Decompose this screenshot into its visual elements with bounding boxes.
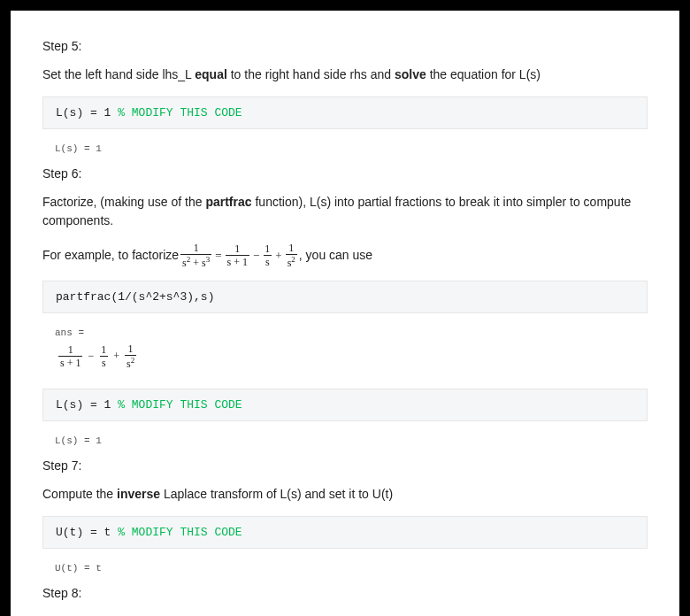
eq1-f1-den-bsup: 3 (206, 255, 211, 264)
eq2-f3-num: 1 (126, 343, 135, 355)
eq1-frac4: 1 s2 (286, 243, 297, 268)
step5-output: L(s) = 1 (42, 138, 648, 166)
eq1-frac1: 1 s2 + s3 (180, 243, 211, 268)
step5-body-b2: solve (395, 67, 426, 81)
step6-ans-label: ans = (42, 322, 648, 340)
step7-code-comment: % MODIFY THIS CODE (118, 526, 242, 539)
step7-body-post: Laplace transform of L(s) and set it to … (160, 487, 393, 501)
step6-code2-comment: % MODIFY THIS CODE (118, 398, 242, 412)
document-page: Step 5: Set the left hand side lhs_L equ… (11, 11, 679, 616)
eq2-f2-den: s (100, 356, 108, 368)
step6-example-line: For example, to factorize 1 s2 + s3 = 1 … (42, 243, 648, 268)
eq2-f1-den: s + 1 (58, 356, 82, 368)
step6-ex-post: , you can use (299, 246, 372, 265)
eq2-f3-den: s2 (125, 355, 136, 369)
step5-title: Step 5: (42, 39, 648, 53)
eq1-f3-num: 1 (263, 243, 272, 255)
eq2-plus: + (113, 350, 119, 363)
step7-code-block: U(t) = t % MODIFY THIS CODE (42, 516, 648, 549)
step7-title: Step 7: (42, 458, 648, 473)
eq1-frac2: 1 s + 1 (226, 243, 249, 267)
eq1-f2-num: 1 (233, 243, 242, 255)
eq1-eq: = (215, 247, 221, 265)
step6-body-pre: Factorize, (making use of the (42, 195, 205, 209)
eq1-minus: − (253, 247, 259, 265)
eq1-f4-den-sup: 2 (291, 255, 295, 264)
step6-code1-block: partfrac(1/(s^2+s^3),s) (42, 281, 648, 313)
eq1-plus: + (275, 247, 281, 265)
step5-body: Set the left hand side lhs_L equal to th… (42, 65, 648, 84)
eq2-frac2: 1 s (99, 344, 108, 368)
step5-code-block: L(s) = 1 % MODIFY THIS CODE (42, 96, 648, 129)
eq1-f4-den: s2 (286, 254, 297, 268)
eq1-f1-num: 1 (192, 243, 201, 254)
eq1-frac3: 1 s (263, 243, 272, 267)
step7-body-pre: Compute the (42, 487, 117, 501)
step7-body: Compute the inverse Laplace transform of… (42, 485, 648, 504)
step5-body-pre: Set the left hand side lhs_L (42, 67, 195, 81)
eq1-f3-den: s (264, 255, 272, 267)
step8-body: Plot U(t) for 0<t<5. Confirm it correspo… (42, 612, 648, 616)
step5-body-b1: equal (195, 67, 227, 81)
step6-title: Step 6: (42, 166, 648, 181)
eq2-frac3: 1 s2 (125, 343, 136, 369)
step8-title: Step 8: (42, 586, 648, 600)
step7-output: U(t) = t (42, 558, 648, 586)
step5-code-prefix: L(s) = 1 (56, 106, 118, 119)
step7-code-prefix: U(t) = t (56, 526, 118, 539)
eq2-f2-num: 1 (99, 344, 108, 356)
step5-body-post: the equation for L(s) (426, 67, 540, 81)
step6-inline-equation: 1 s2 + s3 = 1 s + 1 − 1 s + 1 s2 (180, 243, 297, 268)
step7-body-b1: inverse (117, 487, 160, 501)
eq1-f1-den-plus: + (190, 257, 202, 269)
eq2-f3-den-sup: 2 (131, 356, 135, 365)
step6-body: Factorize, (making use of the partfrac f… (42, 193, 648, 230)
eq1-f1-den: s2 + s3 (180, 254, 211, 268)
step6-code2-prefix: L(s) = 1 (56, 398, 118, 412)
eq2-f1-num: 1 (66, 344, 75, 356)
eq2-minus: − (88, 350, 94, 363)
eq1-f4-num: 1 (287, 243, 295, 254)
step5-code-comment: % MODIFY THIS CODE (118, 106, 242, 119)
step6-body-b1: partfrac (205, 195, 251, 209)
eq1-f2-den: s + 1 (226, 255, 249, 267)
eq2-frac1: 1 s + 1 (58, 344, 82, 368)
step6-code2-block: L(s) = 1 % MODIFY THIS CODE (42, 389, 648, 421)
step6-output2: L(s) = 1 (42, 430, 648, 458)
step6-ex-pre: For example, to factorize (42, 246, 179, 265)
step6-ans-equation: 1 s + 1 − 1 s + 1 s2 (42, 340, 648, 380)
step5-body-mid: to the right hand side rhs and (227, 67, 395, 81)
